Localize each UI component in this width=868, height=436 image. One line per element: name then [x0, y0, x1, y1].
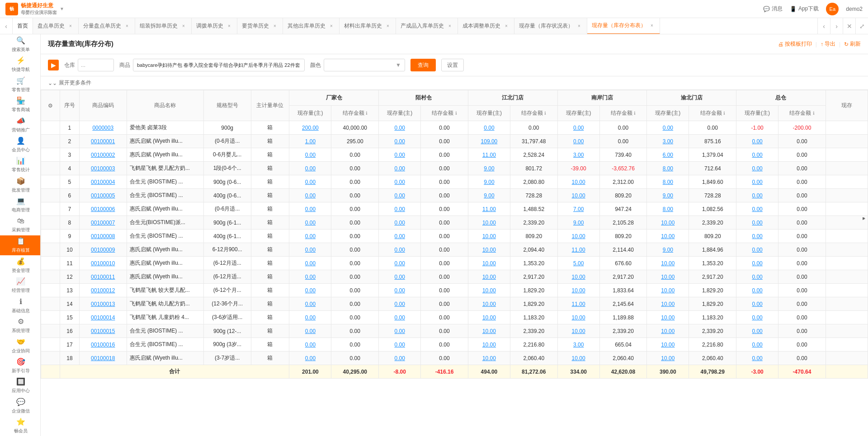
cell-factory-qty-8[interactable]: 0.00 — [289, 230, 331, 243]
cell-total-qty-16[interactable]: 0.00 — [736, 338, 778, 352]
cell-factory-qty-12[interactable]: 0.00 — [289, 284, 331, 297]
sidebar-item-16[interactable]: 🎯 新手引导 — [0, 356, 40, 375]
cell-yubei-qty-14[interactable]: 10.00 — [647, 311, 689, 324]
tab-close-btn-2[interactable]: × — [124, 23, 130, 29]
cell-total-qty-8[interactable]: 0.00 — [736, 230, 778, 243]
cell-factory-qty-0[interactable]: 200.00 — [289, 121, 331, 135]
cell-code-16[interactable]: 00100016 — [79, 338, 127, 352]
tab-item-1[interactable]: 盘点单历史× — [33, 18, 79, 34]
cell-village-qty-10[interactable]: 0.00 — [379, 257, 421, 270]
sidebar-item-13[interactable]: ℹ 基础信息 — [0, 295, 40, 315]
sidebar-item-10[interactable]: 📋 库存核算 — [0, 235, 40, 255]
cell-jiangbei-qty-17[interactable]: 10.00 — [468, 352, 510, 365]
cell-village-qty-2[interactable]: 0.00 — [379, 148, 421, 162]
tab-close-btn-5[interactable]: × — [272, 23, 278, 29]
cell-total-qty-15[interactable]: 0.00 — [736, 324, 778, 338]
sidebar-item-2[interactable]: 🛒 零售管理 ▼ — [0, 75, 40, 94]
sidebar-item-12[interactable]: 📈 经营管理 — [0, 275, 40, 295]
sidebar-item-4[interactable]: 📣 营销推广 — [0, 115, 40, 135]
cell-yubei-qty-4[interactable]: 8.00 — [647, 175, 689, 189]
cell-village-qty-15[interactable]: 0.00 — [379, 324, 421, 338]
tab-close-btn-4[interactable]: × — [226, 23, 232, 29]
sidebar-item-11[interactable]: 💰 资金管理 — [0, 255, 40, 275]
tab-scroll-right-btn[interactable]: › — [830, 18, 843, 34]
export-btn[interactable]: ↑ 导出 — [821, 40, 835, 48]
tab-item-9[interactable]: 成本调整单历史× — [458, 18, 514, 34]
tab-prev-btn[interactable]: ‹ — [0, 18, 13, 34]
tab-scroll-left-btn[interactable]: ‹ — [817, 18, 830, 34]
cell-jiangbei-qty-5[interactable]: 9.00 — [468, 189, 510, 202]
cell-yubei-qty-5[interactable]: 9.00 — [647, 189, 689, 202]
dropdown-arrow[interactable]: ▼ — [60, 6, 64, 11]
sidebar-item-7[interactable]: 📦 批发管理 ▶ — [0, 175, 40, 195]
tab-item-10[interactable]: 现存量（库存状况表）× — [514, 18, 587, 34]
cell-factory-qty-17[interactable]: 0.00 — [289, 352, 331, 365]
cell-jiangbei-qty-12[interactable]: 10.00 — [468, 284, 510, 297]
cell-village-qty-5[interactable]: 0.00 — [379, 189, 421, 202]
cell-nanan-qty-11[interactable]: 10.00 — [557, 270, 599, 284]
cell-nanan-qty-17[interactable]: 10.00 — [557, 352, 599, 365]
sidebar-item-5[interactable]: 👤 会员中心 — [0, 135, 40, 155]
tab-item-8[interactable]: 产成品入库单历史× — [396, 18, 458, 34]
cell-yubei-qty-1[interactable]: 3.00 — [647, 135, 689, 148]
cell-village-qty-3[interactable]: 0.00 — [379, 162, 421, 175]
cell-jiangbei-qty-13[interactable]: 10.00 — [468, 297, 510, 311]
tab-item-7[interactable]: 材料出库单历史× — [340, 18, 396, 34]
cell-village-qty-11[interactable]: 0.00 — [379, 270, 421, 284]
tab-close-btn-6[interactable]: × — [328, 23, 335, 29]
cell-jiangbei-qty-10[interactable]: 10.00 — [468, 257, 510, 270]
cell-total-qty-9[interactable]: 0.00 — [736, 243, 778, 257]
cell-yubei-qty-17[interactable]: 10.00 — [647, 352, 689, 365]
cell-nanan-qty-14[interactable]: 10.00 — [557, 311, 599, 324]
tab-close-btn-9[interactable]: × — [503, 23, 509, 29]
cell-factory-qty-16[interactable]: 0.00 — [289, 338, 331, 352]
cell-nanan-qty-1[interactable]: 0.00 — [557, 135, 599, 148]
cell-jiangbei-qty-11[interactable]: 10.00 — [468, 270, 510, 284]
cell-code-13[interactable]: 00100013 — [79, 297, 127, 311]
cell-factory-qty-3[interactable]: 0.00 — [289, 162, 331, 175]
setting-button[interactable]: 设置 — [441, 59, 464, 71]
cell-yubei-qty-13[interactable]: 10.00 — [647, 297, 689, 311]
cell-total-qty-3[interactable]: 0.00 — [736, 162, 778, 175]
cell-total-qty-5[interactable]: 0.00 — [736, 189, 778, 202]
cell-code-4[interactable]: 00100004 — [79, 175, 127, 189]
goods-input[interactable] — [133, 59, 305, 71]
cell-factory-qty-11[interactable]: 0.00 — [289, 270, 331, 284]
cell-yubei-qty-11[interactable]: 10.00 — [647, 270, 689, 284]
cell-nanan-qty-15[interactable]: 10.00 — [557, 324, 599, 338]
cell-factory-qty-5[interactable]: 0.00 — [289, 189, 331, 202]
cell-code-0[interactable]: 0000003 — [79, 121, 127, 135]
cell-factory-qty-15[interactable]: 0.00 — [289, 324, 331, 338]
cell-jiangbei-qty-3[interactable]: 9.00 — [468, 162, 510, 175]
cell-nanan-qty-0[interactable]: 0.00 — [557, 121, 599, 135]
cell-code-8[interactable]: 00100008 — [79, 230, 127, 243]
query-button[interactable]: 查询 — [410, 59, 436, 71]
warehouse-select[interactable]: ... — [78, 59, 114, 71]
expand-more-btn[interactable]: ⌄⌄ 展开更多条件 — [48, 79, 91, 87]
cell-total-qty-1[interactable]: 0.00 — [736, 135, 778, 148]
sidebar-item-9[interactable]: 🛍 采购管理 — [0, 215, 40, 235]
print-btn[interactable]: 🖨 按模板打印 — [778, 40, 812, 48]
cell-code-3[interactable]: 00100003 — [79, 162, 127, 175]
cell-village-qty-6[interactable]: 0.00 — [379, 202, 421, 216]
cell-jiangbei-qty-9[interactable]: 10.00 — [468, 243, 510, 257]
cell-yubei-qty-15[interactable]: 10.00 — [647, 324, 689, 338]
tab-item-11[interactable]: 现存量（库存分布表）× — [587, 18, 660, 34]
cell-jiangbei-qty-6[interactable]: 11.00 — [468, 202, 510, 216]
cell-nanan-qty-7[interactable]: 9.00 — [557, 216, 599, 230]
cell-code-12[interactable]: 00100012 — [79, 284, 127, 297]
cell-village-qty-9[interactable]: 0.00 — [379, 243, 421, 257]
user-avatar-area[interactable]: Ea — [826, 3, 839, 15]
cell-jiangbei-qty-1[interactable]: 109.00 — [468, 135, 510, 148]
cell-jiangbei-qty-15[interactable]: 10.00 — [468, 324, 510, 338]
cell-village-qty-13[interactable]: 0.00 — [379, 297, 421, 311]
cell-village-qty-1[interactable]: 0.00 — [379, 135, 421, 148]
cell-factory-qty-7[interactable]: 0.00 — [289, 216, 331, 230]
tab-close-btn-8[interactable]: × — [447, 23, 453, 29]
cell-factory-qty-2[interactable]: 0.00 — [289, 148, 331, 162]
cell-jiangbei-qty-2[interactable]: 11.00 — [468, 148, 510, 162]
cell-code-9[interactable]: 00100009 — [79, 243, 127, 257]
cell-village-qty-7[interactable]: 0.00 — [379, 216, 421, 230]
cell-yubei-qty-8[interactable]: 10.00 — [647, 230, 689, 243]
sidebar-item-17[interactable]: 🔲 应用中心 — [0, 376, 40, 396]
